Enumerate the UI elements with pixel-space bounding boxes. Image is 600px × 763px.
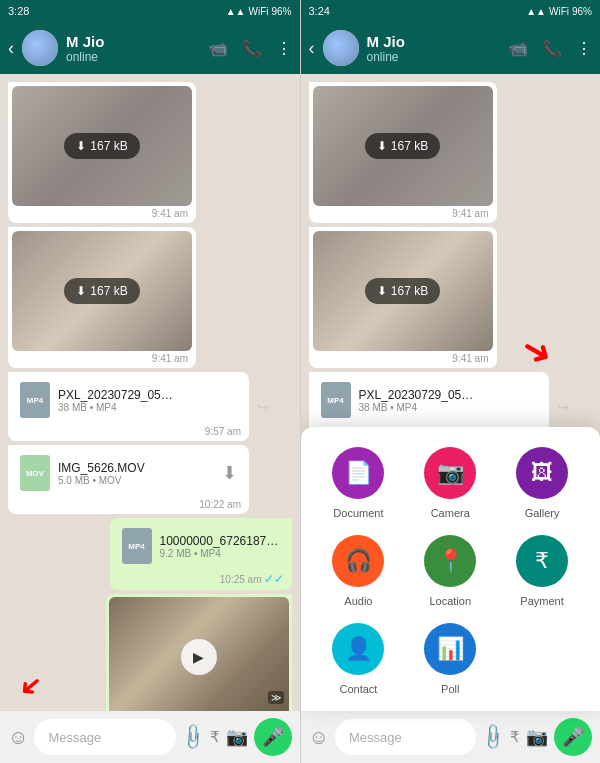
input-bar-left: ☺ Message 📎 ₹ 📷 🎤 [0, 711, 300, 763]
file-meta-mov-left: 5.0 MB • MOV [58, 475, 214, 486]
attach-popup-right: 📄 Document 📷 Camera 🖼 Gallery 🎧 [301, 427, 601, 711]
download-badge-2-left[interactable]: ⬇ 167 kB [64, 278, 139, 304]
phone-icon-right[interactable]: 📞 [542, 39, 562, 58]
msg-time-1-right: 9:41 am [313, 206, 493, 219]
emoji-button-right[interactable]: ☺ [309, 726, 329, 749]
attach-item-document[interactable]: 📄 Document [317, 447, 401, 519]
wifi-icon-right: WiFi [549, 6, 569, 17]
message-media-2-right: ⬇ 167 kB 9:41 am [309, 227, 497, 368]
video-call-icon-left[interactable]: 📹 [208, 39, 228, 58]
avatar-left [22, 30, 58, 66]
file-icon-mp4-left: MP4 [20, 382, 50, 418]
attach-item-audio[interactable]: 🎧 Audio [317, 535, 401, 607]
media-thumb-2-right: ⬇ 167 kB [313, 231, 493, 351]
attach-item-gallery[interactable]: 🖼 Gallery [500, 447, 584, 519]
download-action-mov-left[interactable]: ⬇ [222, 462, 237, 484]
sent-file-meta-left: 9.2 MB • MP4 [160, 548, 280, 559]
message-media-1-right: ⬇ 167 kB 9:41 am [309, 82, 497, 223]
mic-button-right[interactable]: 🎤 [554, 718, 592, 756]
rupee-button-right[interactable]: ₹ [510, 728, 520, 746]
file-name-mov-left: IMG_5626.MOV [58, 461, 178, 475]
poll-icon: 📊 [437, 636, 464, 662]
more-icon-left[interactable]: ⋮ [276, 39, 292, 58]
download-badge-1-left[interactable]: ⬇ 167 kB [64, 133, 139, 159]
input-bar-right: ☺ Message 📎 ₹ 📷 🎤 [301, 711, 601, 763]
chat-header-left: ‹ M Jio online 📹 📞 ⋮ [0, 22, 300, 74]
file-info-mp4-left: PXL_20230729_053114092.mp4 38 MB • MP4 [58, 388, 237, 413]
emoji-button-left[interactable]: ☺ [8, 726, 28, 749]
download-badge-1-right[interactable]: ⬇ 167 kB [365, 133, 440, 159]
media-thumb-2-left: ⬇ 167 kB [12, 231, 192, 351]
file-icon-mp4-right: MP4 [321, 382, 351, 418]
attach-button-right[interactable]: 📎 [477, 721, 508, 752]
back-button-left[interactable]: ‹ [8, 38, 14, 59]
chat-header-right: ‹ M Jio online 📹 📞 ⋮ [301, 22, 601, 74]
rupee-button-left[interactable]: ₹ [210, 728, 220, 746]
phone-icon-left[interactable]: 📞 [242, 39, 262, 58]
attach-circle-audio: 🎧 [332, 535, 384, 587]
play-button-left[interactable]: ▶ [181, 639, 217, 675]
attach-label-audio: Audio [344, 595, 372, 607]
status-bar-left: 3:28 ▲▲ WiFi 96% [0, 0, 300, 22]
message-media-2-left: ⬇ 167 kB 9:41 am [8, 227, 196, 368]
attach-item-camera[interactable]: 📷 Camera [408, 447, 492, 519]
video-thumb-inner-left: ▶ [109, 597, 289, 711]
time-left: 3:28 [8, 5, 29, 17]
more-icon-right[interactable]: ⋮ [576, 39, 592, 58]
forward-icon-mp4-right[interactable]: ↪ [557, 399, 569, 415]
time-right: 3:24 [309, 5, 330, 17]
file-icon-mov-left: MOV [20, 455, 50, 491]
attach-label-poll: Poll [441, 683, 459, 695]
sent-file-name-left: 10000000_67261877121071 5_47821497172909… [160, 534, 280, 548]
media-thumb-1-right: ⬇ 167 kB [313, 86, 493, 206]
attach-item-contact[interactable]: 👤 Contact [317, 623, 401, 695]
media-size-2-left: 167 kB [90, 284, 127, 298]
left-panel: 3:28 ▲▲ WiFi 96% ‹ M Jio online 📹 📞 ⋮ [0, 0, 300, 763]
sent-file-info-left: 10000000_67261877121071 5_47821497172909… [160, 534, 280, 559]
sent-file-icon-left: MP4 [122, 528, 152, 564]
message-sent-video-left: ▶ ≫ [106, 594, 292, 711]
attach-label-location: Location [429, 595, 471, 607]
message-sent-mp4-left: MP4 10000000_67261877121071 5_4782149717… [110, 518, 292, 590]
file-meta-mp4-right: 38 MB • MP4 [359, 402, 538, 413]
payment-icon: ₹ [535, 548, 549, 574]
signal-icon: ▲▲ [226, 6, 246, 17]
message-input-right[interactable]: Message [335, 719, 476, 755]
media-size-1-right: 167 kB [391, 139, 428, 153]
attach-grid: 📄 Document 📷 Camera 🖼 Gallery 🎧 [317, 447, 585, 695]
contact-name-left: M Jio [66, 33, 200, 50]
forward-icon-mp4-left[interactable]: ↪ [257, 399, 269, 415]
mic-button-left[interactable]: 🎤 [254, 718, 292, 756]
camera-button-right[interactable]: 📷 [526, 726, 548, 748]
attach-label-payment: Payment [520, 595, 563, 607]
header-icons-left: 📹 📞 ⋮ [208, 39, 292, 58]
attach-item-location[interactable]: 📍 Location [408, 535, 492, 607]
message-file-mp4-left: MP4 PXL_20230729_053114092.mp4 38 MB • M… [8, 372, 249, 441]
attach-circle-location: 📍 [424, 535, 476, 587]
video-scroll-indicator: ≫ [268, 691, 284, 704]
contact-status-right: online [367, 50, 501, 64]
battery-left: 96% [271, 6, 291, 17]
contact-info-left: M Jio online [66, 33, 200, 64]
download-badge-2-right[interactable]: ⬇ 167 kB [365, 278, 440, 304]
sent-file-content-left: MP4 10000000_67261877121071 5_4782149717… [114, 522, 288, 570]
media-thumb-1-left: ⬇ 167 kB [12, 86, 192, 206]
msg-time-mp4-left: 9:57 am [12, 424, 245, 437]
attach-item-payment[interactable]: ₹ Payment [500, 535, 584, 607]
message-input-left[interactable]: Message [34, 719, 175, 755]
message-file-mp4-row-left: MP4 PXL_20230729_053114092.mp4 38 MB • M… [8, 372, 292, 441]
audio-icon: 🎧 [345, 548, 372, 574]
attach-circle-poll: 📊 [424, 623, 476, 675]
camera-button-left[interactable]: 📷 [226, 726, 248, 748]
attach-button-left[interactable]: 📎 [177, 721, 208, 752]
attach-label-document: Document [333, 507, 383, 519]
video-call-icon-right[interactable]: 📹 [508, 39, 528, 58]
back-button-right[interactable]: ‹ [309, 38, 315, 59]
attach-label-gallery: Gallery [525, 507, 560, 519]
message-media-1-left: ⬇ 167 kB 9:41 am [8, 82, 196, 223]
message-file-mov-left: MOV IMG_5626.MOV 5.0 MB • MOV ⬇ 10:22 am [8, 445, 249, 514]
attach-circle-camera: 📷 [424, 447, 476, 499]
message-file-mov-row-left: MOV IMG_5626.MOV 5.0 MB • MOV ⬇ 10:22 am [8, 445, 292, 514]
attach-item-poll[interactable]: 📊 Poll [408, 623, 492, 695]
wifi-icon: WiFi [248, 6, 268, 17]
